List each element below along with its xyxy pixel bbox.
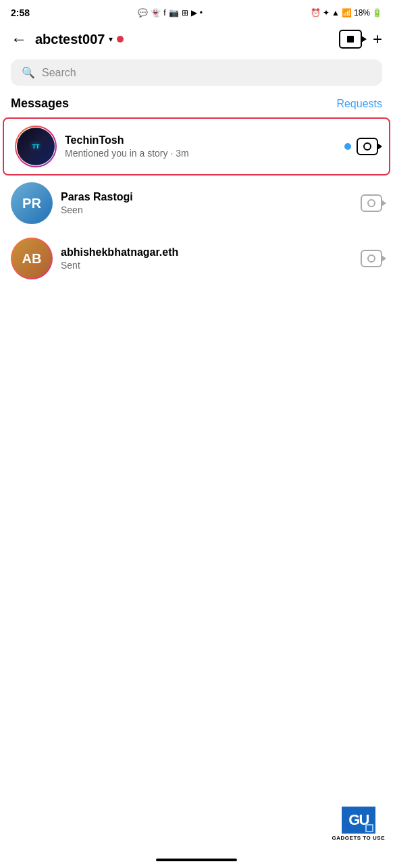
bottom-nav-bar xyxy=(156,859,237,861)
battery-icon: 🔋 xyxy=(372,8,382,18)
message-meta-abhishek xyxy=(361,250,382,267)
message-preview-techintosh: Mentioned you in a story · 3m xyxy=(65,148,336,159)
abhishek-avatar-text: AB xyxy=(22,251,42,267)
username-label: abctest007 xyxy=(35,32,105,47)
camera-lens-techintosh xyxy=(363,142,371,151)
messages-section-header: Messages Requests xyxy=(0,94,393,117)
techintosh-logo-text: TT xyxy=(32,143,40,151)
avatar-wrap-paras: PR xyxy=(11,182,53,224)
camera-icon-techintosh[interactable] xyxy=(357,138,378,155)
youtube-icon: ▶ xyxy=(191,8,197,18)
message-preview-paras: Seen xyxy=(61,205,352,215)
watermark-logo: GU xyxy=(342,807,375,834)
camera-lens-paras xyxy=(367,199,375,207)
status-right-icons: ⏰ ✦ ▲ 📶 18% 🔋 xyxy=(311,8,382,18)
online-indicator xyxy=(117,36,124,43)
message-item-techintosh[interactable]: TT TechinTosh Mentioned you in a story ·… xyxy=(3,117,390,175)
message-preview-abhishek: Sent xyxy=(61,260,352,271)
paras-avatar-text: PR xyxy=(22,196,41,211)
message-meta-techintosh xyxy=(344,138,378,155)
status-bar: 2:58 💬 👻 f 📷 ⊞ ▶ • ⏰ ✦ ▲ 📶 18% 🔋 xyxy=(0,0,393,24)
header-right: + xyxy=(339,30,382,49)
message-item-abhishek[interactable]: AB abhishekbhatnagar.eth Sent xyxy=(0,231,393,286)
message-content-techintosh: TechinTosh Mentioned you in a story · 3m xyxy=(65,134,336,159)
message-name-paras: Paras Rastogi xyxy=(61,191,352,203)
back-button[interactable]: ← xyxy=(11,30,27,49)
snapchat-icon: 👻 xyxy=(151,8,161,18)
header-left: ← abctest007 ▾ xyxy=(11,30,124,49)
message-content-paras: Paras Rastogi Seen xyxy=(61,191,352,215)
message-item-paras[interactable]: PR Paras Rastogi Seen xyxy=(0,175,393,231)
avatar-wrap-techintosh: TT xyxy=(15,126,57,167)
messages-label: Messages xyxy=(11,97,69,111)
new-message-button[interactable]: + xyxy=(373,30,382,49)
header: ← abctest007 ▾ + xyxy=(0,24,393,55)
dropdown-icon[interactable]: ▾ xyxy=(109,34,113,44)
signal-icon: 📶 xyxy=(342,8,352,18)
battery-level: 18% xyxy=(354,8,370,18)
message-content-abhishek: abhishekbhatnagar.eth Sent xyxy=(61,246,352,271)
dot-icon: • xyxy=(200,8,203,18)
search-input[interactable]: Search xyxy=(42,67,76,79)
message-name-techintosh: TechinTosh xyxy=(65,134,336,146)
username-row[interactable]: abctest007 ▾ xyxy=(35,32,124,47)
message-status-icon: 💬 xyxy=(138,8,148,18)
status-time: 2:58 xyxy=(11,7,30,18)
camera-icon-abhishek[interactable] xyxy=(361,250,382,267)
camera-lens-abhishek xyxy=(367,254,375,263)
search-container: 🔍 Search xyxy=(0,55,393,94)
watermark-logo-accent xyxy=(365,824,373,832)
video-call-button[interactable] xyxy=(339,30,362,49)
watermark: GU GADGETS TO USE xyxy=(332,807,385,841)
unread-indicator-techintosh xyxy=(344,143,351,150)
avatar-techintosh: TT xyxy=(15,126,57,167)
facebook-icon: f xyxy=(163,8,165,18)
avatar-abhishek-wrap: AB xyxy=(11,238,53,279)
wifi-icon: ▲ xyxy=(332,8,340,18)
bluetooth-icon: ✦ xyxy=(323,8,330,18)
message-name-abhishek: abhishekbhatnagar.eth xyxy=(61,246,352,259)
avatar-paras: PR xyxy=(11,182,53,224)
grid-icon: ⊞ xyxy=(182,8,188,18)
video-icon xyxy=(347,36,354,43)
requests-link[interactable]: Requests xyxy=(336,98,382,110)
search-bar[interactable]: 🔍 Search xyxy=(11,59,382,86)
instagram-icon: 📷 xyxy=(169,8,179,18)
camera-icon-paras[interactable] xyxy=(361,194,382,212)
message-meta-paras xyxy=(361,194,382,212)
watermark-tagline: GADGETS TO USE xyxy=(332,835,385,841)
avatar-wrap-abhishek: AB xyxy=(11,238,53,279)
search-icon: 🔍 xyxy=(22,66,35,79)
status-icons: 💬 👻 f 📷 ⊞ ▶ • xyxy=(138,8,203,18)
alarm-icon: ⏰ xyxy=(311,8,321,18)
